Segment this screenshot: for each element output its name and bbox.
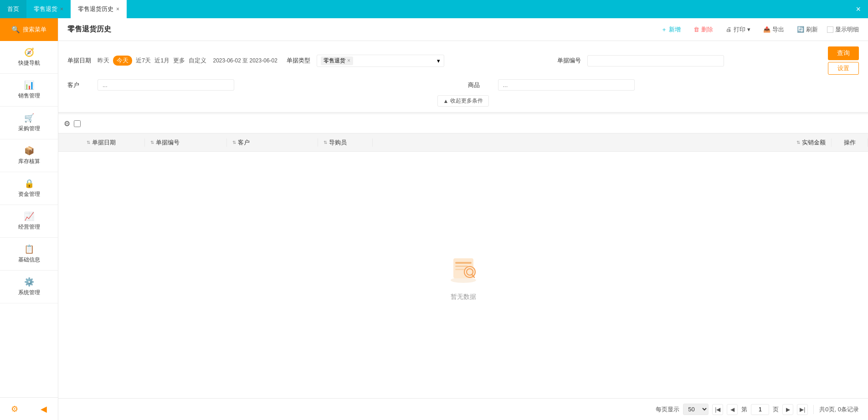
inventory-icon: 📦 bbox=[24, 146, 34, 156]
svg-rect-3 bbox=[455, 266, 468, 267]
date-filter-label: 单据日期 bbox=[67, 56, 93, 65]
first-page-btn[interactable]: |◀ bbox=[712, 404, 723, 415]
setting-button[interactable]: 设置 bbox=[828, 62, 859, 75]
tab-retail-return-history-label: 零售退货历史 bbox=[78, 5, 113, 13]
type-tag-retail-return: 零售退货 × bbox=[321, 56, 353, 65]
th-date-label: 单据日期 bbox=[92, 138, 116, 147]
settings-icon[interactable]: ⚙ bbox=[11, 404, 18, 414]
show-detail-label: 显示明细 bbox=[835, 26, 859, 34]
tab-home-label: 首页 bbox=[7, 5, 19, 13]
type-filter-dropdown[interactable]: 零售退货 × ▾ bbox=[317, 55, 444, 67]
sales-icon: 📊 bbox=[24, 80, 34, 90]
sidebar-item-purchase-mgmt[interactable]: 🛒 采购管理 bbox=[0, 107, 58, 139]
empty-state: 暂无数据 bbox=[58, 152, 868, 398]
export-button[interactable]: 📤 导出 bbox=[760, 24, 788, 36]
th-guide[interactable]: ⇅ 导购员 bbox=[318, 138, 373, 147]
filter-area: 单据日期 昨天 今天 近7天 近1月 更多 自定义 2023-06-02 至 2… bbox=[58, 41, 868, 113]
empty-illustration bbox=[445, 249, 482, 286]
tab-bar-right: × bbox=[856, 5, 868, 14]
collapse-bar: ▲ 收起更多条件 bbox=[67, 95, 859, 107]
header-actions: ＋ 新增 🗑 删除 🖨 打印 ▾ 📤 导出 🔄 bbox=[657, 24, 859, 36]
date-range-display: 2023-06-02 至 2023-06-02 bbox=[213, 57, 277, 65]
date-opt-7days[interactable]: 近7天 bbox=[136, 56, 151, 65]
svg-rect-2 bbox=[455, 262, 472, 264]
quick-nav-icon: 🧭 bbox=[24, 47, 34, 57]
show-detail-checkbox[interactable] bbox=[827, 26, 833, 33]
sidebar-item-inventory-label: 库存核算 bbox=[18, 158, 40, 165]
sidebar-search-label: 搜索菜单 bbox=[23, 26, 46, 34]
table-settings-icon[interactable]: ⚙ bbox=[64, 119, 70, 128]
pagination: 每页显示 10 20 50 100 |◀ ◀ 第 1 页 ▶ ▶| 共0页, 0… bbox=[58, 398, 868, 420]
query-button[interactable]: 查询 bbox=[828, 46, 859, 60]
tab-retail-return-history[interactable]: 零售退货历史 × bbox=[71, 0, 127, 18]
sidebar-search[interactable]: 🔍 搜索菜单 bbox=[0, 18, 58, 41]
delete-icon: 🗑 bbox=[693, 26, 699, 33]
type-tag-close[interactable]: × bbox=[347, 57, 350, 64]
th-number-sort: ⇅ bbox=[150, 140, 154, 145]
delete-button[interactable]: 🗑 删除 bbox=[690, 24, 717, 36]
goods-filter-input[interactable] bbox=[498, 79, 635, 91]
sidebar-item-quick-nav[interactable]: 🧭 快捷导航 bbox=[0, 41, 58, 74]
sidebar-item-ops-label: 经营管理 bbox=[18, 223, 40, 231]
filter-buttons: 查询 设置 bbox=[828, 46, 859, 75]
export-icon: 📤 bbox=[763, 26, 770, 33]
th-guide-label: 导购员 bbox=[329, 138, 347, 147]
tab-retail-return-close[interactable]: × bbox=[60, 6, 63, 12]
tab-bar: 首页 零售退货 × 零售退货历史 × × bbox=[0, 0, 868, 18]
select-all-checkbox[interactable] bbox=[74, 120, 81, 127]
date-opt-more[interactable]: 更多 bbox=[173, 56, 185, 65]
number-filter-input[interactable] bbox=[587, 55, 724, 67]
prev-page-btn[interactable]: ◀ bbox=[727, 404, 738, 415]
tab-retail-return[interactable]: 零售退货 × bbox=[26, 0, 71, 18]
new-button[interactable]: ＋ 新增 bbox=[657, 24, 684, 36]
export-label: 导出 bbox=[772, 26, 784, 34]
tab-retail-return-history-close[interactable]: × bbox=[116, 6, 119, 12]
sidebar-item-finance[interactable]: 🔒 资金管理 bbox=[0, 172, 58, 205]
next-page-btn[interactable]: ▶ bbox=[782, 404, 793, 415]
collapse-btn[interactable]: ▲ 收起更多条件 bbox=[437, 95, 489, 107]
type-tag-label: 零售退货 bbox=[324, 57, 345, 65]
last-page-btn[interactable]: ▶| bbox=[797, 404, 808, 415]
date-opt-1month[interactable]: 近1月 bbox=[154, 56, 169, 65]
sidebar: 🔍 搜索菜单 🧭 快捷导航 📊 销售管理 🛒 采购管理 📦 库存核算 🔒 bbox=[0, 18, 58, 420]
number-filter-group: 单据编号 bbox=[557, 55, 819, 67]
window-close-btn[interactable]: × bbox=[856, 5, 861, 14]
sidebar-item-ops[interactable]: 📈 经营管理 bbox=[0, 205, 58, 238]
refresh-icon: 🔄 bbox=[797, 26, 804, 33]
th-operation-label: 操作 bbox=[844, 138, 856, 147]
th-date[interactable]: ⇅ 单据日期 bbox=[81, 138, 145, 147]
page-header: 零售退货历史 ＋ 新增 🗑 删除 🖨 打印 ▾ 📤 导出 bbox=[58, 18, 868, 41]
date-opt-yesterday[interactable]: 昨天 bbox=[98, 56, 109, 65]
sidebar-item-sys-mgmt-label: 系统管理 bbox=[18, 289, 40, 297]
table-toolbar: ⚙ bbox=[58, 114, 868, 133]
sidebar-item-basic-info[interactable]: 📋 基础信息 bbox=[0, 238, 58, 271]
type-filter-label: 单据类型 bbox=[287, 56, 312, 65]
sidebar-item-inventory[interactable]: 📦 库存核算 bbox=[0, 139, 58, 172]
sidebar-item-sys-mgmt[interactable]: ⚙️ 系统管理 bbox=[0, 271, 58, 303]
th-number[interactable]: ⇅ 单据编号 bbox=[145, 138, 227, 147]
date-opt-custom[interactable]: 自定义 bbox=[189, 56, 206, 65]
collapse-sidebar-icon[interactable]: ◀ bbox=[41, 404, 47, 414]
th-amount[interactable]: ⇅ 实销金额 bbox=[373, 138, 832, 147]
sidebar-item-sales-mgmt[interactable]: 📊 销售管理 bbox=[0, 74, 58, 107]
tab-home[interactable]: 首页 bbox=[0, 0, 26, 18]
delete-label: 删除 bbox=[701, 26, 713, 34]
filter-row-2: 客户 商品 bbox=[67, 79, 859, 91]
refresh-button[interactable]: 🔄 刷新 bbox=[793, 24, 822, 36]
page-number-input[interactable]: 1 bbox=[751, 404, 769, 415]
customer-filter-group: 客户 bbox=[67, 79, 459, 91]
customer-filter-input[interactable] bbox=[98, 79, 234, 91]
goods-filter-group: 商品 bbox=[468, 79, 859, 91]
th-customer[interactable]: ⇅ 客户 bbox=[227, 138, 318, 147]
sidebar-item-finance-label: 资金管理 bbox=[18, 190, 40, 198]
print-button[interactable]: 🖨 打印 ▾ bbox=[722, 24, 754, 36]
print-icon: 🖨 bbox=[726, 26, 732, 33]
page-size-select[interactable]: 10 20 50 100 bbox=[683, 404, 709, 415]
sys-mgmt-icon: ⚙️ bbox=[24, 277, 34, 287]
show-detail-toggle[interactable]: 显示明细 bbox=[827, 26, 859, 34]
th-amount-sort: ⇅ bbox=[796, 140, 800, 145]
svg-rect-4 bbox=[455, 269, 464, 270]
table-area: ⚙ ⇅ 单据日期 ⇅ 单据编号 ⇅ 客户 ⇅ bbox=[58, 114, 868, 420]
th-date-sort: ⇅ bbox=[87, 140, 90, 145]
date-opt-today[interactable]: 今天 bbox=[113, 56, 132, 66]
